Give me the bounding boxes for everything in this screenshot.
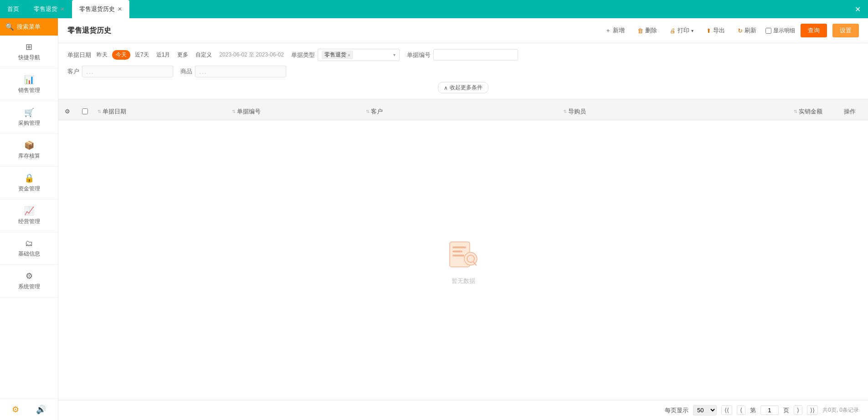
th-docno[interactable]: ⇅ 单据编号 bbox=[227, 104, 362, 119]
filter-row-2: 客户 ... 商品 ... bbox=[67, 66, 859, 77]
refresh-button[interactable]: ↻ 刷新 bbox=[734, 25, 760, 36]
table-header: ⚙ ⇅ 单据日期 ⇅ 单据编号 ⇅ 客户 ⇅ bbox=[58, 103, 868, 120]
sales-icon: 📊 bbox=[24, 75, 34, 85]
page-first-btn[interactable]: ⟨⟨ bbox=[721, 405, 732, 415]
basic-icon: 🗂 bbox=[25, 239, 33, 248]
doc-type-filter: 单据类型 零售退货 × ▾ bbox=[291, 49, 400, 61]
sidebar-item-sales-mgmt[interactable]: 📊 销售管理 bbox=[0, 68, 58, 101]
goods-label: 商品 bbox=[180, 67, 192, 76]
sidebar-item-quick-nav[interactable]: ⊞ 快捷导航 bbox=[0, 36, 58, 68]
goods-input[interactable]: ... bbox=[195, 66, 286, 77]
per-page-select[interactable]: 20 50 100 bbox=[693, 405, 717, 415]
page-label: 第 bbox=[750, 406, 756, 415]
add-icon: ＋ bbox=[605, 26, 611, 35]
collapse-up-icon: ∧ bbox=[444, 85, 448, 91]
settings-bottom-icon[interactable]: ⚙ bbox=[12, 405, 19, 415]
page-title: 零售退货历史 bbox=[67, 26, 111, 36]
date-range: 2023-06-02 至 2023-06-02 bbox=[219, 51, 283, 59]
date-btn-7days[interactable]: 近7天 bbox=[132, 50, 152, 60]
system-icon: ⚙ bbox=[26, 271, 33, 281]
sidebar-search[interactable]: 🔍 搜索菜单 bbox=[0, 18, 58, 36]
sidebar-item-purchase-mgmt[interactable]: 🛒 采购管理 bbox=[0, 101, 58, 134]
sort-docno-icon: ⇅ bbox=[232, 109, 236, 114]
empty-text: 暂无数据 bbox=[452, 277, 475, 285]
sidebar-item-business-mgmt[interactable]: 📈 经营管理 bbox=[0, 200, 58, 232]
page-next-btn[interactable]: ⟩ bbox=[794, 405, 802, 415]
show-detail-wrap: 显示明细 bbox=[765, 27, 795, 35]
page-header: 零售退货历史 ＋ 新增 🗑 删除 🖨 打印 ▾ ⬆ 导出 bbox=[58, 18, 868, 43]
tab-home[interactable]: 首页 bbox=[0, 0, 26, 18]
pagination-bar: 每页显示 20 50 100 ⟨⟨ ⟨ 第 页 ⟩ ⟩⟩ 共0页, 0条记录 bbox=[58, 400, 868, 420]
date-btn-today[interactable]: 今天 bbox=[112, 50, 130, 60]
search-icon: 🔍 bbox=[5, 23, 14, 31]
date-btn-more[interactable]: 更多 bbox=[175, 50, 191, 60]
tab-retail-return-close[interactable]: ✕ bbox=[60, 6, 65, 12]
delete-icon: 🗑 bbox=[637, 27, 643, 34]
goods-filter: 商品 ... bbox=[180, 66, 286, 77]
check-all-checkbox[interactable] bbox=[82, 108, 88, 114]
setting-button[interactable]: 设置 bbox=[832, 24, 859, 37]
date-btn-custom[interactable]: 自定义 bbox=[193, 50, 215, 60]
chevron-down-icon: ▾ bbox=[393, 52, 395, 57]
content-area: 零售退货历史 ＋ 新增 🗑 删除 🖨 打印 ▾ ⬆ 导出 bbox=[58, 18, 868, 420]
doc-type-tag-close[interactable]: × bbox=[348, 52, 350, 58]
empty-state-icon bbox=[445, 235, 482, 271]
th-check[interactable] bbox=[77, 105, 93, 118]
customer-input[interactable]: ... bbox=[82, 66, 173, 77]
query-button[interactable]: 查询 bbox=[801, 24, 827, 37]
sort-date-icon: ⇅ bbox=[98, 109, 101, 114]
export-button[interactable]: ⬆ 导出 bbox=[703, 25, 729, 36]
doc-type-tag: 零售退货 × bbox=[322, 51, 353, 59]
doc-no-filter: 单据编号 bbox=[407, 49, 518, 61]
th-settings[interactable]: ⚙ bbox=[58, 104, 77, 118]
sidebar-item-inventory-check[interactable]: 📦 库存核算 bbox=[0, 134, 58, 167]
sort-amount-icon: ⇅ bbox=[794, 109, 797, 114]
print-icon: 🖨 bbox=[670, 27, 676, 34]
fund-icon: 🔒 bbox=[24, 173, 34, 183]
sidebar: 🔍 搜索菜单 ⊞ 快捷导航 📊 销售管理 🛒 采购管理 📦 库存核算 🔒 资金管… bbox=[0, 18, 58, 420]
doc-no-input[interactable] bbox=[433, 49, 518, 61]
per-page-label: 每页显示 bbox=[665, 406, 688, 415]
sidebar-item-fund-mgmt[interactable]: 🔒 资金管理 bbox=[0, 167, 58, 200]
audio-bottom-icon[interactable]: 🔊 bbox=[36, 405, 46, 415]
quick-nav-icon: ⊞ bbox=[26, 42, 32, 52]
collapse-button[interactable]: ∧ 收起更多条件 bbox=[438, 82, 488, 93]
add-button[interactable]: ＋ 新增 bbox=[601, 25, 628, 36]
date-btn-yesterday[interactable]: 昨天 bbox=[94, 50, 110, 60]
business-icon: 📈 bbox=[24, 206, 34, 216]
date-btn-1month[interactable]: 近1月 bbox=[154, 50, 173, 60]
customer-filter: 客户 ... bbox=[67, 66, 173, 77]
doc-type-select[interactable]: 零售退货 × ▾ bbox=[318, 49, 400, 61]
collapse-bar: ∧ 收起更多条件 bbox=[67, 82, 859, 93]
date-label: 单据日期 bbox=[67, 51, 91, 59]
th-date[interactable]: ⇅ 单据日期 bbox=[93, 104, 227, 119]
tab-retail-return-history-close[interactable]: ✕ bbox=[118, 6, 122, 12]
main-layout: 🔍 搜索菜单 ⊞ 快捷导航 📊 销售管理 🛒 采购管理 📦 库存核算 🔒 资金管… bbox=[0, 18, 868, 420]
empty-state: 暂无数据 bbox=[58, 120, 868, 400]
th-customer[interactable]: ⇅ 客户 bbox=[361, 104, 558, 119]
page-unit: 页 bbox=[783, 406, 789, 415]
tab-retail-return[interactable]: 零售退货 ✕ bbox=[26, 0, 72, 18]
tab-retail-return-history[interactable]: 零售退货历史 ✕ bbox=[72, 0, 129, 18]
date-shortcuts: 昨天 今天 近7天 近1月 更多 自定义 bbox=[94, 50, 215, 60]
settings-col-icon: ⚙ bbox=[65, 108, 70, 115]
th-amount[interactable]: ⇅ 实销金额 bbox=[693, 104, 832, 119]
print-button[interactable]: 🖨 打印 ▾ bbox=[666, 25, 697, 36]
page-last-btn[interactable]: ⟩⟩ bbox=[807, 405, 818, 415]
sidebar-item-system-mgmt[interactable]: ⚙ 系统管理 bbox=[0, 265, 58, 297]
delete-button[interactable]: 🗑 删除 bbox=[634, 25, 661, 36]
page-number-input[interactable] bbox=[760, 405, 779, 415]
doc-no-label: 单据编号 bbox=[407, 51, 431, 59]
sort-guide-icon: ⇅ bbox=[563, 109, 567, 114]
total-info: 共0页, 0条记录 bbox=[822, 406, 859, 414]
window-close-btn[interactable]: ✕ bbox=[855, 5, 868, 14]
svg-rect-3 bbox=[452, 255, 464, 256]
svg-rect-1 bbox=[452, 246, 466, 248]
inventory-icon: 📦 bbox=[24, 140, 34, 150]
page-prev-btn[interactable]: ⟨ bbox=[737, 405, 745, 415]
purchase-icon: 🛒 bbox=[24, 108, 34, 118]
sidebar-item-basic-info[interactable]: 🗂 基础信息 bbox=[0, 232, 58, 265]
th-guide[interactable]: ⇅ 导购员 bbox=[559, 104, 693, 119]
th-action: 操作 bbox=[832, 104, 868, 119]
show-detail-checkbox[interactable] bbox=[765, 28, 771, 34]
